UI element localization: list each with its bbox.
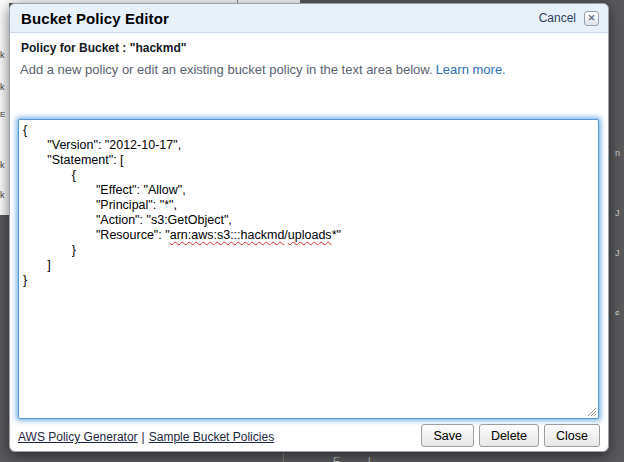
cancel-link[interactable]: Cancel xyxy=(539,11,576,25)
misspelled-arn-text: arn:aws:s3:::hackmd xyxy=(170,228,285,242)
background-text-fragment: k xyxy=(0,190,5,200)
background-text-fragment: k xyxy=(0,50,5,60)
learn-more-link[interactable]: Learn more. xyxy=(436,62,506,77)
policy-line: "Effect": "Allow", xyxy=(23,183,594,198)
background-text-fragment: J xyxy=(615,248,624,258)
aws-policy-generator-link[interactable]: AWS Policy Generator xyxy=(18,430,138,444)
background-text-fragment: c xyxy=(615,308,624,318)
background-text-fragment: J xyxy=(615,208,624,218)
policy-editor-textarea[interactable]: { "Version": "2012-10-17", "Statement": … xyxy=(18,119,599,419)
background-text-fragment: E xyxy=(333,454,343,462)
background-text-fragment: n xyxy=(615,148,624,158)
dialog-titlebar: Bucket Policy Editor Cancel ✕ xyxy=(10,4,608,33)
bucket-policy-editor-dialog: Bucket Policy Editor Cancel ✕ Policy for… xyxy=(9,3,609,452)
policy-line: ] xyxy=(23,258,594,273)
background-text-fragment: E xyxy=(0,110,5,120)
policy-line: } xyxy=(23,243,594,258)
misspelled-uploads-text: uploads xyxy=(288,228,332,242)
background-text-fragment: l xyxy=(368,454,378,462)
bucket-policy-header: Policy for Bucket : "hackmd" xyxy=(21,41,186,55)
save-button[interactable]: Save xyxy=(421,424,474,447)
background-text-fragment: k xyxy=(0,82,5,92)
footer-links: AWS Policy Generator|Sample Bucket Polic… xyxy=(18,430,274,444)
close-icon[interactable]: ✕ xyxy=(584,11,599,26)
resource-suffix: *" xyxy=(332,228,341,242)
sample-bucket-policies-link[interactable]: Sample Bucket Policies xyxy=(149,430,274,444)
policy-line: "Version": "2012-10-17", xyxy=(23,138,594,153)
policy-line: "Principal": "*", xyxy=(23,198,594,213)
policy-line: } xyxy=(23,273,594,288)
resource-prefix: "Resource": " xyxy=(23,228,170,242)
policy-line: { xyxy=(23,168,594,183)
link-separator: | xyxy=(142,430,145,444)
policy-line: "Statement": [ xyxy=(23,153,594,168)
dialog-title: Bucket Policy Editor xyxy=(21,10,169,27)
footer-buttons: Save Delete Close xyxy=(421,424,600,447)
policy-line-resource: "Resource": "arn:aws:s3:::hackmd/uploads… xyxy=(23,228,594,243)
resize-grip-icon[interactable] xyxy=(586,406,596,416)
description-text: Add a new policy or edit an existing buc… xyxy=(20,62,433,77)
close-button[interactable]: Close xyxy=(544,424,600,447)
background-page-left xyxy=(0,0,9,215)
dialog-description: Add a new policy or edit an existing buc… xyxy=(20,62,506,77)
background-text-fragment: k xyxy=(0,160,5,170)
policy-line: "Action": "s3:GetObject", xyxy=(23,213,594,228)
policy-line: { xyxy=(23,123,594,138)
delete-button[interactable]: Delete xyxy=(479,424,539,447)
